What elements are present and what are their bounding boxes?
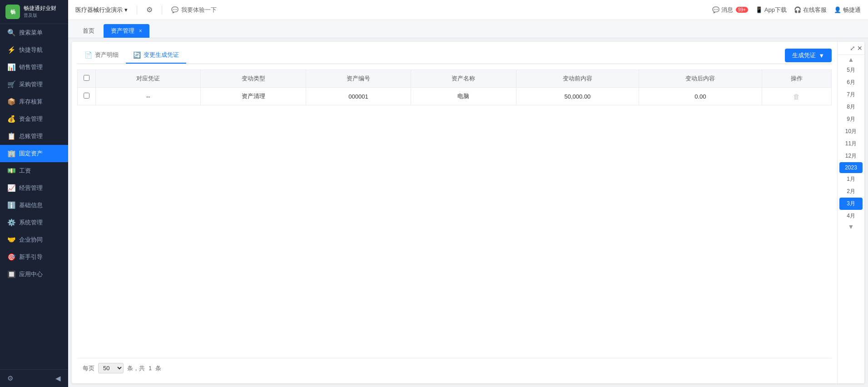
- tab-asset-management[interactable]: 资产管理 ×: [104, 24, 149, 38]
- date-item-2023-4[interactable]: 4月: [838, 210, 864, 222]
- th-asset-no: 资产编号: [306, 70, 411, 88]
- sidebar-item-purchase[interactable]: 🛒 采购管理: [0, 76, 68, 93]
- date-item-11[interactable]: 11月: [838, 138, 864, 150]
- row-checkbox[interactable]: [84, 93, 89, 99]
- per-page-label: 每页: [83, 364, 94, 372]
- sidebar-item-label: 搜索菜单: [19, 29, 43, 37]
- sidebar-item-system[interactable]: ⚙️ 系统管理: [0, 214, 68, 231]
- sidebar-item-fixed[interactable]: 🏢 固定资产: [0, 145, 68, 162]
- app-download-button[interactable]: 📱 App下载: [755, 6, 787, 14]
- right-panel-header: ⤢ ✕: [838, 42, 864, 55]
- message-badge: 99+: [736, 7, 748, 13]
- box-icon: 📦: [7, 98, 15, 106]
- sidebar-item-quicknav[interactable]: ⚡ 快捷导航: [0, 41, 68, 59]
- delete-icon[interactable]: 🗑: [793, 93, 800, 100]
- search-icon: 🔍: [7, 29, 15, 37]
- sidebar-item-ledger[interactable]: 📋 总账管理: [0, 128, 68, 145]
- sidebar-item-search[interactable]: 🔍 搜索菜单: [0, 24, 68, 41]
- customer-service-button[interactable]: 🎧 在线客服: [794, 6, 827, 14]
- experience-button[interactable]: 💬 我要体验一下: [171, 6, 217, 14]
- message-button[interactable]: 💬 消息 99+: [712, 6, 748, 14]
- date-nav-down[interactable]: ▼: [847, 222, 856, 231]
- generate-label: 生成凭证: [792, 51, 816, 60]
- date-item-2023-1[interactable]: 1月: [838, 173, 864, 185]
- sidebar-item-enterprise[interactable]: 🤝 企业协同: [0, 231, 68, 248]
- pagination-total: 1: [149, 365, 152, 372]
- sidebar-item-basic[interactable]: ℹ️ 基础信息: [0, 197, 68, 214]
- chevron-down-icon: ▼: [818, 52, 824, 59]
- chart-icon: 📊: [7, 63, 15, 71]
- logo-icon: 畅: [5, 5, 20, 19]
- user-profile[interactable]: 👤 畅捷通: [834, 6, 861, 14]
- date-item-9[interactable]: 9月: [838, 113, 864, 125]
- close-icon[interactable]: ✕: [857, 45, 863, 52]
- logo-subtitle: 普及版: [24, 12, 56, 19]
- pagination-unit: 条，共: [127, 364, 145, 372]
- date-item-6[interactable]: 6月: [838, 76, 864, 89]
- tab-home[interactable]: 首页: [75, 24, 102, 38]
- message-icon: 💬: [712, 6, 719, 13]
- lightning-icon: ⚡: [7, 46, 15, 54]
- home-label: 首页: [83, 27, 94, 34]
- sidebar-item-label: 固定资产: [19, 149, 43, 158]
- experience-label: 我要体验一下: [181, 6, 217, 14]
- sidebar-item-label: 新手引导: [19, 253, 43, 261]
- generate-voucher-button[interactable]: 生成凭证 ▼: [785, 49, 832, 62]
- sidebar-item-salary[interactable]: 💵 工资: [0, 162, 68, 179]
- sub-tab-detail[interactable]: 📄 资产明细: [77, 47, 126, 64]
- sidebar-item-inventory[interactable]: 📦 库存核算: [0, 93, 68, 110]
- right-panel: ⤢ ✕ ▲ 5月 6月 7月 8月 9月 10月 11月 12月 2023 1月…: [837, 42, 864, 383]
- company-selector[interactable]: 医疗器械行业演示 ▾: [75, 6, 128, 14]
- sidebar-item-label: 快捷导航: [19, 46, 43, 54]
- pagination-bar: 每页 50 10 20 100 条，共 1 条: [77, 358, 832, 378]
- info-icon: ℹ️: [7, 201, 15, 209]
- cell-asset-no: 000001: [306, 88, 411, 105]
- page-size-select[interactable]: 50 10 20 100: [98, 363, 124, 373]
- collapse-icon[interactable]: ◀: [55, 374, 61, 382]
- refresh-icon: 🔄: [133, 51, 141, 59]
- grid-icon: 🔲: [7, 270, 15, 278]
- sidebar-item-funds[interactable]: 💰 资金管理: [0, 110, 68, 128]
- th-before-change: 变动前内容: [516, 70, 639, 88]
- sidebar-item-operations[interactable]: 📈 经营管理: [0, 179, 68, 197]
- table-row: -- 资产清理 000001 电脑 50,000.00 0.00 🗑: [78, 88, 832, 105]
- date-nav-up[interactable]: ▲: [847, 55, 856, 64]
- cell-change-type: 资产清理: [201, 88, 306, 105]
- topbar: 医疗器械行业演示 ▾ ⚙ 💬 我要体验一下 💬 消息 99+ 📱 App下载 🎧…: [68, 0, 868, 20]
- date-item-12[interactable]: 12月: [838, 150, 864, 162]
- download-icon: 📱: [755, 6, 763, 13]
- th-asset-name: 资产名称: [411, 70, 516, 88]
- topbar-divider2: [162, 5, 162, 15]
- logo-title: 畅捷通好业财: [24, 5, 56, 12]
- user-icon: 👤: [834, 6, 841, 13]
- date-item-8[interactable]: 8月: [838, 101, 864, 113]
- topbar-right: 💬 消息 99+ 📱 App下载 🎧 在线客服 👤 畅捷通: [712, 6, 861, 14]
- date-item-2023-2[interactable]: 2月: [838, 185, 864, 198]
- sidebar-item-apps[interactable]: 🔲 应用中心: [0, 266, 68, 283]
- th-change-type: 变动类型: [201, 70, 306, 88]
- year-2023-label[interactable]: 2023: [839, 162, 863, 173]
- date-item-5[interactable]: 5月: [838, 64, 864, 76]
- expand-icon[interactable]: ⤢: [850, 45, 855, 52]
- sidebar-item-label: 企业协同: [19, 236, 43, 244]
- gear-icon: ⚙️: [7, 218, 15, 227]
- sidebar-item-label: 总账管理: [19, 132, 43, 140]
- th-operation: 操作: [762, 70, 831, 88]
- sub-tab-voucher[interactable]: 🔄 变更生成凭证: [126, 47, 186, 64]
- date-item-7[interactable]: 7月: [838, 89, 864, 101]
- tab-close-icon[interactable]: ×: [139, 28, 142, 34]
- settings-bottom-icon[interactable]: ⚙: [7, 374, 13, 382]
- sidebar-item-guide[interactable]: 🎯 新手引导: [0, 248, 68, 266]
- th-after-change: 变动后内容: [639, 70, 762, 88]
- customer-service-label: 在线客服: [803, 6, 827, 14]
- topbar-settings-icon[interactable]: ⚙: [146, 5, 153, 14]
- sidebar-item-sales[interactable]: 📊 销售管理: [0, 59, 68, 76]
- cell-asset-name: 电脑: [411, 88, 516, 105]
- sidebar-item-label: 系统管理: [19, 218, 43, 227]
- building-icon: 🏢: [7, 149, 15, 158]
- main-area: 医疗器械行业演示 ▾ ⚙ 💬 我要体验一下 💬 消息 99+ 📱 App下载 🎧…: [68, 0, 868, 387]
- th-checkbox: [78, 70, 96, 88]
- date-item-10[interactable]: 10月: [838, 125, 864, 138]
- date-item-2023-3[interactable]: 3月: [839, 198, 863, 210]
- select-all-checkbox[interactable]: [84, 75, 89, 81]
